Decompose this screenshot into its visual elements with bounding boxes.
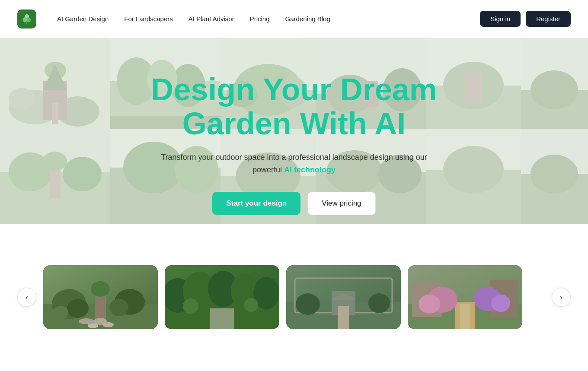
register-button[interactable]: Register bbox=[526, 11, 571, 27]
svg-rect-3 bbox=[26, 21, 27, 24]
svg-point-41 bbox=[43, 152, 67, 171]
svg-rect-34 bbox=[521, 90, 588, 129]
carousel-item-2 bbox=[165, 265, 279, 329]
bg-tile-12 bbox=[521, 129, 588, 224]
nav-ai-plant-advisor[interactable]: AI Plant Advisor bbox=[189, 15, 234, 22]
svg-rect-11 bbox=[52, 103, 58, 124]
svg-point-55 bbox=[443, 146, 504, 193]
svg-rect-56 bbox=[521, 129, 588, 224]
nav-actions: Sign in Register bbox=[480, 11, 571, 27]
start-design-button[interactable]: Start your design bbox=[212, 192, 300, 215]
svg-rect-37 bbox=[0, 172, 110, 224]
svg-marker-12 bbox=[43, 64, 67, 90]
svg-point-68 bbox=[79, 318, 94, 324]
svg-rect-33 bbox=[521, 38, 588, 129]
carousel-item-3 bbox=[286, 265, 401, 329]
carousel-prev-button[interactable]: ‹ bbox=[17, 288, 36, 307]
svg-point-95 bbox=[419, 295, 440, 314]
nav-links: AI Garden Design For Landscapers AI Plan… bbox=[57, 15, 480, 22]
svg-point-69 bbox=[67, 299, 89, 318]
svg-rect-7 bbox=[43, 81, 67, 120]
bg-tile-6 bbox=[521, 38, 588, 129]
hero-subtitle: Transform your outdoor space into a prof… bbox=[147, 151, 441, 176]
svg-rect-57 bbox=[521, 174, 588, 224]
carousel-section: ‹ bbox=[0, 258, 588, 336]
svg-point-10 bbox=[9, 88, 35, 109]
svg-point-38 bbox=[9, 152, 52, 191]
svg-point-58 bbox=[530, 155, 578, 193]
nav-for-landscapers[interactable]: For Landscapers bbox=[124, 15, 173, 22]
svg-point-39 bbox=[63, 157, 102, 191]
carousel-item-4 bbox=[408, 265, 522, 329]
navbar: AI Garden Design For Landscapers AI Plan… bbox=[0, 0, 588, 38]
view-pricing-button[interactable]: View pricing bbox=[307, 192, 375, 215]
svg-point-79 bbox=[183, 298, 198, 314]
svg-rect-4 bbox=[0, 38, 110, 129]
svg-point-9 bbox=[45, 62, 66, 79]
svg-point-70 bbox=[109, 299, 128, 316]
svg-point-86 bbox=[296, 293, 320, 315]
nav-gardening-blog[interactable]: Gardening Blog bbox=[285, 15, 330, 22]
signin-button[interactable]: Sign in bbox=[480, 11, 521, 27]
svg-rect-36 bbox=[0, 129, 110, 224]
carousel-next-button[interactable]: › bbox=[552, 288, 571, 307]
logo[interactable] bbox=[17, 10, 36, 29]
svg-point-97 bbox=[491, 295, 510, 312]
svg-rect-98 bbox=[460, 304, 470, 329]
svg-point-64 bbox=[91, 281, 110, 297]
carousel-track bbox=[43, 265, 545, 329]
nav-pricing[interactable]: Pricing bbox=[250, 15, 270, 22]
svg-point-71 bbox=[53, 306, 68, 320]
svg-point-6 bbox=[56, 96, 99, 127]
svg-point-67 bbox=[102, 322, 114, 327]
carousel-item-1 bbox=[43, 265, 158, 329]
hero-section: Design Your Dream Garden With AI Transfo… bbox=[0, 38, 588, 250]
svg-rect-8 bbox=[50, 73, 61, 86]
hero-content: Design Your Dream Garden With AI Transfo… bbox=[138, 73, 450, 215]
logo-icon bbox=[17, 10, 36, 29]
svg-rect-32 bbox=[465, 73, 482, 103]
svg-point-5 bbox=[9, 90, 61, 124]
svg-rect-81 bbox=[210, 308, 234, 329]
bg-tile-7 bbox=[0, 129, 110, 224]
nav-ai-garden-design[interactable]: AI Garden Design bbox=[57, 15, 109, 22]
hero-buttons: Start your design View pricing bbox=[147, 192, 441, 215]
svg-rect-40 bbox=[50, 163, 61, 198]
svg-rect-88 bbox=[338, 306, 349, 329]
svg-point-31 bbox=[443, 62, 504, 109]
bg-tile-1 bbox=[0, 38, 110, 129]
svg-point-87 bbox=[368, 293, 390, 313]
svg-point-80 bbox=[244, 298, 258, 312]
svg-point-35 bbox=[530, 70, 578, 109]
hero-title: Design Your Dream Garden With AI bbox=[147, 73, 441, 141]
